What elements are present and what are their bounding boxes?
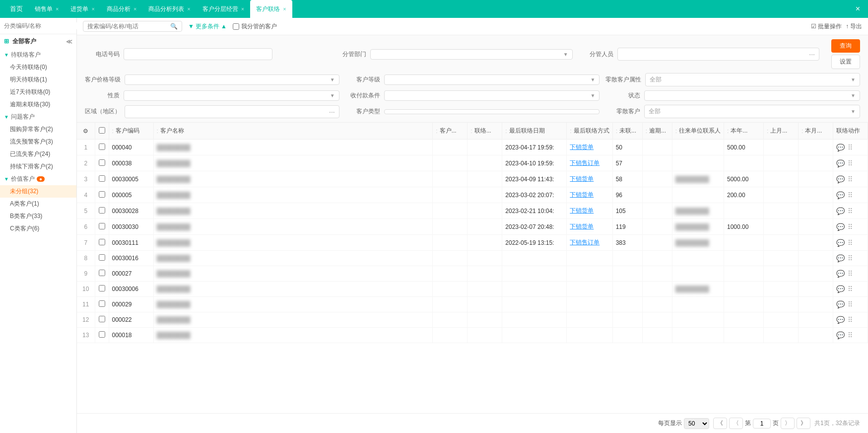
apps-icon[interactable]: ⠿	[848, 207, 853, 215]
row-checkbox[interactable]	[99, 175, 105, 182]
reset-button[interactable]: 设置	[831, 55, 860, 69]
th-last-date[interactable]: :最后联络日期	[502, 123, 567, 140]
region-select[interactable]: ···	[125, 105, 339, 118]
chat-icon[interactable]: 💬	[836, 207, 845, 215]
row-checkbox[interactable]	[99, 159, 105, 166]
sidebar-item-7days[interactable]: 近7天待联络(0)	[0, 86, 76, 98]
th-action[interactable]: 联络动作	[833, 123, 868, 140]
th-type[interactable]: :客户...	[433, 123, 467, 140]
batch-operations-btn[interactable]: ☑ 批量操作	[811, 22, 842, 31]
dept-select[interactable]: ▼	[370, 49, 572, 60]
first-page-btn[interactable]: 《	[713, 418, 727, 429]
cell-check[interactable]	[95, 187, 109, 203]
query-button[interactable]: 查询	[831, 39, 860, 53]
th-overdue[interactable]: :逾期...	[642, 123, 672, 140]
status-select[interactable]: ▼	[644, 90, 860, 101]
main-search-input[interactable]	[87, 23, 170, 30]
apps-icon[interactable]: ⠿	[848, 223, 853, 231]
cell-last-method[interactable]	[567, 312, 612, 328]
nature-select[interactable]: ▼	[124, 90, 339, 101]
apps-icon[interactable]: ⠿	[848, 239, 853, 247]
cell-last-method[interactable]: 下销货单	[567, 203, 612, 219]
retail-customer-select[interactable]: 全部 ▼	[644, 105, 860, 118]
cell-last-method[interactable]	[567, 266, 612, 282]
sidebar-collapse-btn[interactable]: ≪	[66, 38, 72, 45]
export-btn[interactable]: ↑ 导出	[846, 22, 862, 31]
sidebar-item-tomorrow[interactable]: 明天待联络(1)	[0, 73, 76, 86]
select-all-checkbox[interactable]	[99, 127, 105, 134]
cell-last-method[interactable]: 下销货单	[567, 219, 612, 235]
customer-type-select[interactable]	[384, 109, 600, 114]
apps-icon[interactable]: ⠿	[848, 300, 853, 308]
th-uncontact[interactable]: :未联...	[612, 123, 642, 140]
sidebar-item-declining[interactable]: 持续下滑客户(2)	[0, 160, 76, 173]
close-segmentation-tab[interactable]: ×	[241, 6, 244, 12]
cell-last-method[interactable]: 下销货单	[567, 140, 612, 155]
th-contact[interactable]: :联络...	[467, 123, 502, 140]
cell-check[interactable]	[95, 171, 109, 187]
sidebar-item-class-a[interactable]: A类客户(1)	[0, 198, 76, 210]
sidebar-section-pending[interactable]: ▼ 待联络客户	[0, 49, 76, 61]
cell-check[interactable]	[95, 235, 109, 251]
row-checkbox[interactable]	[99, 270, 105, 276]
sidebar-section-problem[interactable]: ▼ 问题客户	[0, 111, 76, 123]
more-dots-icon-2[interactable]: ···	[329, 108, 335, 116]
close-sales-tab[interactable]: ×	[56, 6, 59, 12]
row-checkbox[interactable]	[99, 191, 105, 198]
nav-tab-customer-segmentation[interactable]: 客户分层经营 ×	[197, 0, 250, 18]
th-this-month[interactable]: :本月...	[799, 123, 833, 140]
price-level-select[interactable]: ▼	[125, 74, 339, 85]
retail-attr-select[interactable]: 全部 ▼	[645, 73, 860, 86]
cell-last-method[interactable]: 下销货单	[567, 187, 612, 203]
chat-icon[interactable]: 💬	[836, 144, 845, 151]
apps-icon[interactable]: ⠿	[848, 270, 853, 278]
nav-tab-analysis-list[interactable]: 商品分析列表 ×	[142, 0, 196, 18]
cell-check[interactable]	[95, 140, 109, 155]
close-contact-tab[interactable]: ×	[283, 6, 286, 12]
cell-check[interactable]	[95, 251, 109, 266]
customer-level-select[interactable]: ▼	[384, 74, 600, 85]
apps-icon[interactable]: ⠿	[848, 331, 853, 339]
chat-icon[interactable]: 💬	[836, 239, 845, 247]
sidebar-item-ungrouped[interactable]: 未分组(32)	[0, 185, 76, 198]
apps-icon[interactable]: ⠿	[848, 144, 853, 151]
payment-select[interactable]: ▼	[384, 90, 600, 101]
th-name[interactable]: :客户名称	[153, 123, 433, 140]
sidebar-item-today[interactable]: 今天待联络(0)	[0, 61, 76, 73]
window-close-btn[interactable]: ×	[852, 4, 864, 13]
main-search-icon[interactable]: 🔍	[170, 23, 178, 30]
cell-check[interactable]	[95, 328, 109, 343]
prev-page-btn[interactable]: 〈	[729, 418, 743, 429]
row-checkbox[interactable]	[99, 144, 105, 150]
cell-check[interactable]	[95, 297, 109, 312]
sidebar-item-churned[interactable]: 已流失客户(24)	[0, 148, 76, 160]
manager-select[interactable]: ···	[617, 48, 819, 61]
chat-icon[interactable]: 💬	[836, 254, 845, 262]
chat-icon[interactable]: 💬	[836, 300, 845, 308]
nav-home[interactable]: 首页	[4, 4, 29, 13]
phone-input[interactable]	[124, 48, 272, 60]
th-code[interactable]: :客户编码	[109, 123, 153, 140]
chat-icon[interactable]: 💬	[836, 159, 845, 167]
nav-tab-sales[interactable]: 销售单 ×	[29, 0, 65, 18]
sidebar-search-input[interactable]	[4, 22, 78, 29]
cell-last-method[interactable]: 下销售订单	[567, 155, 612, 171]
chat-icon[interactable]: 💬	[836, 191, 845, 199]
cell-check[interactable]	[95, 203, 109, 219]
nav-tab-purchase[interactable]: 进货单 ×	[65, 0, 100, 18]
sidebar-item-hoarding[interactable]: 囤购异常客户(2)	[0, 123, 76, 136]
row-checkbox[interactable]	[99, 285, 105, 291]
row-checkbox[interactable]	[99, 316, 105, 322]
row-checkbox[interactable]	[99, 207, 105, 214]
sidebar-item-class-c[interactable]: C类客户(6)	[0, 222, 76, 235]
cell-last-method[interactable]: 下销货单	[567, 171, 612, 187]
cell-last-method[interactable]	[567, 297, 612, 312]
apps-icon[interactable]: ⠿	[848, 159, 853, 167]
row-checkbox[interactable]	[99, 239, 105, 245]
sidebar-all-customers[interactable]: ⊞ 全部客户 ≪	[0, 34, 76, 49]
cell-last-method[interactable]	[567, 328, 612, 343]
th-last-method[interactable]: :最后联络方式	[567, 123, 612, 140]
cell-check[interactable]	[95, 219, 109, 235]
th-this-year[interactable]: :本年...	[724, 123, 764, 140]
th-last-month[interactable]: :上月...	[764, 123, 799, 140]
